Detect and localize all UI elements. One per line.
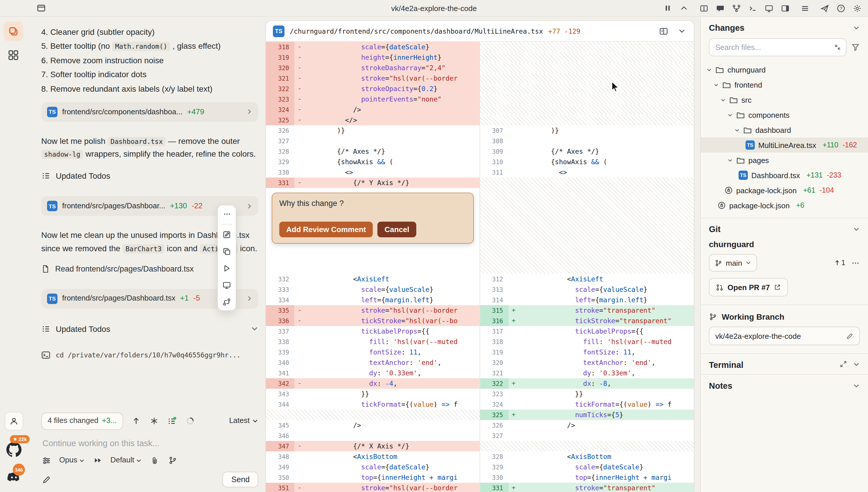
line-number[interactable]: 309 xyxy=(480,146,508,157)
expand-icon[interactable] xyxy=(840,360,847,370)
git-compare-icon[interactable] xyxy=(221,296,232,307)
line-number[interactable]: 324 xyxy=(480,399,508,410)
workspaces-icon[interactable] xyxy=(3,47,23,63)
todo-status-icon[interactable] xyxy=(167,416,177,426)
line-number[interactable]: 326 xyxy=(480,420,508,430)
tree-folder-churnguard[interactable]: churnguard xyxy=(701,62,868,77)
collapse-diagonal-icon[interactable] xyxy=(834,44,841,51)
more-icon[interactable] xyxy=(221,209,232,219)
line-number[interactable]: 328 xyxy=(266,146,295,157)
tree-file-package-lock.json[interactable]: package-lock.json+61-104 xyxy=(701,183,868,198)
notes-section-header[interactable]: Notes xyxy=(701,375,868,395)
cancel-review-comment-button[interactable]: Cancel xyxy=(378,222,416,237)
diff-row[interactable]: 328 {/* Axes */}309 {/* Axes */} xyxy=(266,146,694,157)
git-branch-icon[interactable] xyxy=(167,455,178,466)
monitor-icon[interactable] xyxy=(221,280,232,290)
line-number[interactable]: 337 xyxy=(266,326,295,337)
diff-row[interactable]: 347- {/* X Axis */} xyxy=(266,441,694,451)
line-number[interactable]: 311 xyxy=(480,167,508,177)
git-network-icon[interactable] xyxy=(731,3,742,13)
diff-row[interactable]: 332 <AxisLeft312 <AxisLeft xyxy=(266,274,694,284)
more-icon[interactable] xyxy=(851,259,860,267)
terminal-icon[interactable] xyxy=(747,3,758,13)
diff-row[interactable]: 348 <AxisBottom328 <AxisBottom xyxy=(266,451,694,462)
line-number[interactable]: 340 xyxy=(266,358,295,368)
line-number[interactable]: 329 xyxy=(266,157,295,167)
line-number[interactable]: 343 xyxy=(266,389,295,399)
share-icon[interactable] xyxy=(819,3,830,13)
diff-row[interactable]: 325+ numTicks={5} xyxy=(266,410,694,420)
file-search-input[interactable] xyxy=(714,42,834,52)
file-diff-chip[interactable]: TS frontend/src/components/dashboa... +4… xyxy=(41,102,258,122)
line-number[interactable]: 321 xyxy=(266,73,295,83)
tree-file-Dashboard.tsx[interactable]: TSDashboard.tsx+131-233 xyxy=(701,168,868,183)
help-icon[interactable]: ? xyxy=(836,3,846,13)
line-number[interactable]: 331 xyxy=(266,177,295,188)
github-link[interactable]: 22k xyxy=(5,441,23,458)
line-number[interactable]: 338 xyxy=(266,337,295,347)
diff-row[interactable]: 326 )}307 )} xyxy=(266,125,694,136)
diff-row[interactable]: 338 fill: 'hsl(var(--muted318 fill: 'hsl… xyxy=(266,337,694,347)
account-button[interactable] xyxy=(5,412,23,430)
diff-row[interactable]: 318- scale={dateScale} xyxy=(266,42,694,52)
line-number[interactable]: 351 xyxy=(266,483,295,492)
line-number[interactable]: 332 xyxy=(266,274,295,284)
play-icon[interactable] xyxy=(221,263,232,273)
mode-dropdown[interactable]: Default xyxy=(110,454,142,466)
tree-file-MultiLineArea.tsx[interactable]: TSMultiLineArea.tsx+110-162 xyxy=(701,138,868,153)
open-pr-button[interactable]: Open PR #7 xyxy=(709,278,788,296)
line-number[interactable]: 322 xyxy=(266,83,295,94)
updated-todos-row[interactable]: Updated Todos xyxy=(41,169,258,182)
line-number[interactable]: 347 xyxy=(266,441,295,451)
chevron-down-icon[interactable] xyxy=(853,360,860,370)
line-number[interactable]: 321 xyxy=(480,368,508,378)
chevron-down-icon[interactable] xyxy=(251,325,258,333)
tree-folder-components[interactable]: components xyxy=(701,107,868,122)
line-number[interactable]: 325 xyxy=(266,115,295,125)
tree-folder-pages[interactable]: pages xyxy=(701,153,868,168)
files-changed-chip[interactable]: 4 files changed +3... xyxy=(41,413,123,430)
diff-row[interactable]: 344 tickFormat={(value) => f324 tickForm… xyxy=(266,399,694,410)
diff-row[interactable]: 319- height={innerHeight} xyxy=(266,52,694,63)
line-number[interactable]: 342 xyxy=(266,378,295,389)
edit-pencil-icon[interactable] xyxy=(846,332,853,340)
diff-row[interactable]: 345 />326 /> xyxy=(266,420,694,430)
diff-row[interactable]: 325- </> xyxy=(266,115,694,125)
sliders-icon[interactable] xyxy=(41,455,52,466)
add-review-comment-button[interactable]: Add Review Comment xyxy=(279,222,373,237)
line-number[interactable]: 348 xyxy=(266,451,295,462)
line-number[interactable]: 350 xyxy=(266,472,295,483)
tree-folder-dashboard[interactable]: dashboard xyxy=(701,122,868,138)
line-number[interactable]: 318 xyxy=(480,337,508,347)
line-number[interactable]: 313 xyxy=(480,284,508,295)
line-number[interactable]: 330 xyxy=(480,472,508,483)
reading-pane-icon[interactable] xyxy=(36,3,46,13)
line-number[interactable]: 339 xyxy=(266,347,295,358)
diff-row[interactable]: 321- stroke="hsl(var(--border xyxy=(266,73,694,83)
copy-icon[interactable] xyxy=(221,246,232,256)
diff-row[interactable]: 329 {showAxis && (310 {showAxis && ( xyxy=(266,157,694,167)
diff-row[interactable]: 334 left={margin.left}314 left={margin.l… xyxy=(266,295,694,305)
diff-row[interactable]: 336- tickStroke="hsl(var(--bo316+ tickSt… xyxy=(266,316,694,326)
diff-row[interactable]: 335- stroke="hsl(var(--border315+ stroke… xyxy=(266,305,694,316)
diff-row[interactable]: 331- {/* Y Axis */} xyxy=(266,177,694,188)
line-number[interactable]: 325 xyxy=(480,410,508,420)
line-number[interactable]: 336 xyxy=(266,316,295,326)
line-number[interactable]: 329 xyxy=(480,462,508,472)
pause-icon[interactable] xyxy=(662,3,673,13)
line-number[interactable]: 328 xyxy=(480,451,508,462)
line-number[interactable]: 308 xyxy=(480,136,508,146)
working-branch-field[interactable]: vk/4e2a-explore-the-code xyxy=(709,327,860,345)
tree-file-package-lock.json[interactable]: package-lock.json+6 xyxy=(701,198,868,213)
send-button[interactable]: Send xyxy=(222,472,258,487)
line-number[interactable]: 322 xyxy=(480,378,508,389)
diff-row[interactable]: Why this change ?Add Review CommentCance… xyxy=(266,188,694,274)
line-number[interactable]: 341 xyxy=(266,368,295,378)
branch-selector[interactable]: main xyxy=(709,254,757,272)
app-logo[interactable] xyxy=(3,22,23,41)
line-number[interactable]: 320 xyxy=(480,358,508,368)
discord-link[interactable]: 346 xyxy=(5,469,23,486)
line-number[interactable]: 326 xyxy=(266,125,295,136)
collapse-icon[interactable] xyxy=(679,3,689,13)
latest-dropdown[interactable]: Latest xyxy=(229,415,258,427)
